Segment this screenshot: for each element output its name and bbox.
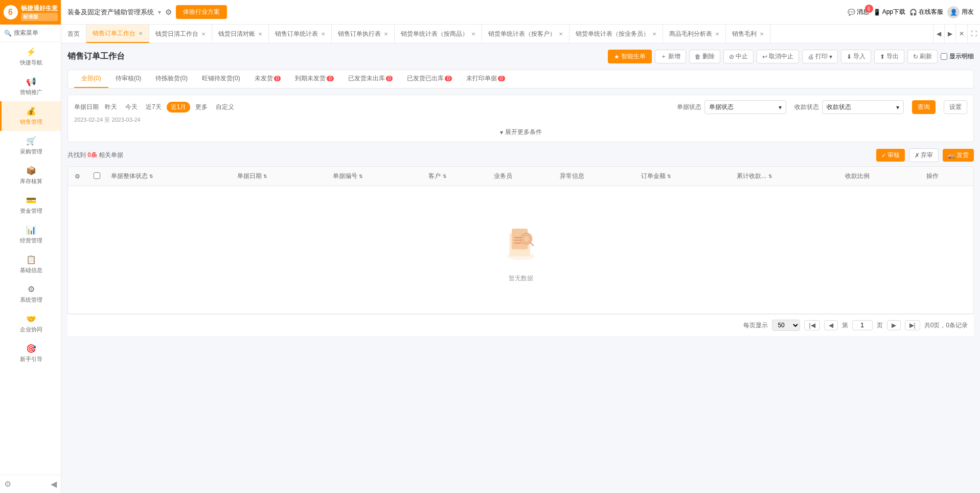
tab-margin-analysis[interactable]: 商品毛利分析表 ✕ — [663, 25, 726, 43]
sidebar-item-base-info[interactable]: 📋 基础信息 — [0, 250, 61, 279]
page-input[interactable] — [852, 320, 873, 330]
tab-goods-by-salesperson-close[interactable]: ✕ — [652, 31, 656, 37]
tab-sales-exec[interactable]: 销售订单执行表 ✕ — [332, 25, 395, 43]
export-btn[interactable]: ⬆ 导出 — [874, 50, 904, 63]
refresh-btn[interactable]: ↻ 刷新 — [907, 50, 938, 63]
subtab-all[interactable]: 全部(0) — [74, 70, 108, 88]
sidebar-item-purchase[interactable]: 🛒 采购管理 — [0, 131, 61, 161]
date-btn-7days[interactable]: 近7天 — [143, 102, 165, 113]
add-btn[interactable]: ＋ 新增 — [655, 50, 686, 63]
per-page-select[interactable]: 10 20 50 100 — [772, 320, 800, 331]
subtab-shipped-out[interactable]: 已发货已出库0 — [400, 70, 459, 88]
svg-line-8 — [530, 242, 533, 245]
industry-btn[interactable]: 体验行业方案 — [176, 5, 227, 19]
tab-sales-workbench-close[interactable]: ✕ — [139, 31, 143, 36]
date-btn-today[interactable]: 今天 — [122, 102, 141, 113]
date-btn-1month[interactable]: 近1月 — [167, 102, 191, 113]
tab-cash-daily-close[interactable]: ✕ — [201, 31, 206, 37]
th-settings[interactable]: ⚙ — [68, 167, 86, 186]
stop-btn[interactable]: ⊘ 中止 — [723, 50, 754, 63]
filter-status-select[interactable]: 单据状态 ▾ — [704, 100, 786, 114]
date-btn-custom[interactable]: 自定义 — [213, 102, 237, 113]
app-download[interactable]: 📱 App下载 — [873, 8, 905, 16]
result-count-value: 0条 — [87, 151, 97, 159]
sidebar-item-finance[interactable]: 💳 资金管理 — [0, 190, 61, 220]
show-detail-checkbox[interactable] — [941, 53, 947, 60]
subtab-shipped-not-out[interactable]: 已发货未出库0 — [341, 70, 400, 88]
query-btn[interactable]: 查询 — [912, 100, 936, 114]
page-next-btn[interactable]: ▶ — [887, 320, 901, 330]
th-customer[interactable]: 客户 ⇅ — [424, 167, 490, 186]
tab-goods-by-customer-close[interactable]: ✕ — [559, 31, 563, 37]
subtab-unprinted[interactable]: 未打印单据0 — [459, 70, 512, 88]
tab-reconcile-close[interactable]: ✕ — [258, 31, 262, 37]
subtab-pending-inspect[interactable]: 待拣验货(0) — [148, 70, 195, 88]
message-badge[interactable]: 💬 消息 6 — [848, 8, 869, 16]
sidebar-item-guide[interactable]: 🎯 新手引导 — [0, 339, 61, 368]
tab-close-all-btn[interactable]: ✕ — [955, 25, 967, 43]
import-btn[interactable]: ⬇ 导入 — [841, 50, 871, 63]
page-first-btn[interactable]: |◀ — [804, 320, 819, 330]
tab-goods-by-salesperson[interactable]: 销货单统计表（按业务员） ✕ — [569, 25, 663, 43]
tab-sales-workbench[interactable]: 销售订单工作台 ✕ — [86, 25, 149, 43]
sidebar-item-operation[interactable]: 📊 经营管理 — [0, 220, 61, 250]
tab-goods-by-product-close[interactable]: ✕ — [471, 31, 475, 37]
page-last-btn[interactable]: ▶| — [905, 320, 920, 330]
th-date[interactable]: 单据日期 ⇅ — [233, 167, 329, 186]
tab-cash-daily[interactable]: 钱货日清工作台 ✕ — [149, 25, 212, 43]
select-all-checkbox[interactable] — [94, 172, 100, 179]
tab-sales-margin[interactable]: 销售毛利 ✕ — [726, 25, 770, 43]
setting-btn[interactable]: 设置 — [944, 100, 967, 114]
subtab-overdue-unshipped[interactable]: 到期未发货0 — [288, 70, 341, 88]
sidebar-item-sales[interactable]: 💰 销售管理 — [0, 101, 61, 131]
tab-goods-by-product[interactable]: 销货单统计表（按商品） ✕ — [395, 25, 482, 43]
sidebar-item-search[interactable]: 🔍 搜索菜单 — [0, 25, 61, 42]
th-ratio-label: 收款比例 — [845, 172, 870, 180]
delete-btn[interactable]: 🗑 删除 — [689, 50, 720, 63]
topbar-gear[interactable]: ⚙ — [165, 8, 172, 17]
th-collected[interactable]: 累计收款... ⇅ — [733, 167, 841, 186]
subtab-unshipped[interactable]: 未发货0 — [247, 70, 288, 88]
tab-next-btn[interactable]: ▶ — [944, 25, 955, 43]
search-label: 搜索菜单 — [14, 29, 38, 37]
tab-sales-stats-close[interactable]: ✕ — [321, 31, 325, 37]
user-menu[interactable]: 👤 用友 — [947, 6, 974, 18]
tab-home[interactable]: 首页 — [61, 25, 86, 43]
tab-reconcile[interactable]: 钱货日清对账 ✕ — [212, 25, 269, 43]
print-btn[interactable]: 🖨 打印 ▾ — [802, 50, 838, 63]
sidebar-item-system[interactable]: ⚙ 系统管理 — [0, 279, 61, 309]
data-table-wrap: ⚙ 单据整体状态 ⇅ 单据日期 ⇅ 单据编号 — [67, 166, 974, 314]
show-detail-label[interactable]: 显示明细 — [941, 52, 974, 61]
date-btn-yesterday[interactable]: 昨天 — [102, 102, 120, 113]
ship-btn[interactable]: 🚚 发货 — [943, 149, 974, 162]
settings-icon[interactable]: ⚙ — [4, 479, 11, 489]
audit-btn[interactable]: ✓ 审核 — [876, 149, 905, 162]
sidebar-item-marketing[interactable]: 📢 营销推广 — [0, 72, 61, 101]
cancel-audit-btn[interactable]: ✗ 弃审 — [909, 148, 939, 162]
cancel-stop-btn[interactable]: ↩ 取消中止 — [757, 50, 799, 63]
tab-sales-margin-close[interactable]: ✕ — [760, 31, 764, 37]
filter-payment-select[interactable]: 收款状态 ▾ — [822, 100, 904, 114]
tab-goods-by-customer[interactable]: 销货单统计表（按客户） ✕ — [482, 25, 569, 43]
th-number[interactable]: 单据编号 ⇅ — [329, 167, 424, 186]
smart-btn[interactable]: ★ 智能生单 — [608, 50, 652, 63]
tab-sales-stats[interactable]: 销售订单统计表 ✕ — [269, 25, 332, 43]
collapse-icon[interactable]: ◀ — [51, 479, 57, 489]
tab-margin-analysis-close[interactable]: ✕ — [715, 31, 719, 37]
subtab-pending-audit[interactable]: 待审核(0) — [108, 70, 149, 88]
tab-prev-btn[interactable]: ◀ — [933, 25, 944, 43]
filter-expand-btn[interactable]: ▾ 展开更多条件 — [74, 128, 967, 137]
online-service[interactable]: 🎧 在线客服 — [909, 8, 943, 16]
sidebar-item-quick-nav[interactable]: ⚡ 快捷导航 — [0, 42, 61, 72]
page-prev-btn[interactable]: ◀ — [824, 320, 838, 330]
subtab-wangpu-ship[interactable]: 旺铺待发货(0) — [195, 70, 247, 88]
date-btn-more[interactable]: 更多 — [192, 102, 211, 113]
th-amount[interactable]: 订单金额 ⇅ — [637, 167, 733, 186]
inventory-label: 库存核算 — [20, 177, 42, 185]
th-checkbox[interactable] — [86, 167, 107, 186]
sidebar-item-inventory[interactable]: 📦 库存核算 — [0, 161, 61, 190]
th-status[interactable]: 单据整体状态 ⇅ — [107, 167, 233, 186]
tab-sales-exec-close[interactable]: ✕ — [384, 31, 388, 37]
tab-expand-btn[interactable]: ⛶ — [967, 25, 980, 43]
sidebar-item-enterprise[interactable]: 🤝 企业协同 — [0, 309, 61, 339]
